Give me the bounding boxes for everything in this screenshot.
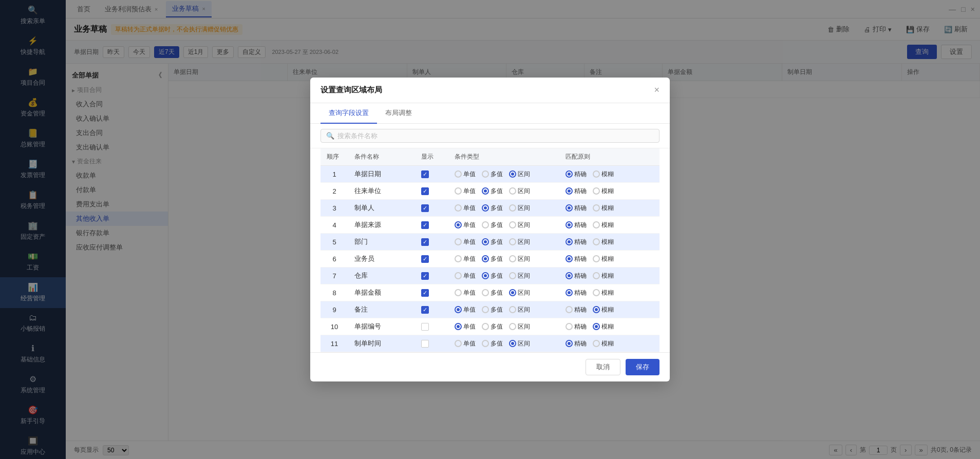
- dialog-tab-fields[interactable]: 查询字段设置: [321, 103, 377, 124]
- radio-type-区间-5[interactable]: 区间: [509, 238, 530, 246]
- radio-type-区间-4[interactable]: 区间: [509, 221, 530, 230]
- radio-type-区间-9[interactable]: 区间: [509, 305, 530, 314]
- radio-type-区间-3[interactable]: 区间: [509, 204, 530, 213]
- radio-match-精确-3[interactable]: 精确: [566, 204, 587, 213]
- radio-label-match-精确-7: 精确: [574, 272, 587, 280]
- radio-match-精确-11[interactable]: 精确: [566, 339, 587, 348]
- radio-match-模糊-5[interactable]: 模糊: [593, 238, 614, 246]
- row-show-7[interactable]: [415, 267, 448, 284]
- radio-type-多值-1[interactable]: 多值: [482, 170, 503, 179]
- checkbox-4[interactable]: [421, 221, 429, 229]
- checkbox-10[interactable]: [421, 323, 429, 331]
- row-show-4[interactable]: [415, 217, 448, 234]
- row-type-10: 单值多值区间: [448, 318, 559, 335]
- checkbox-5[interactable]: [421, 238, 429, 246]
- radio-match-模糊-2[interactable]: 模糊: [593, 187, 614, 196]
- radio-type-单值-5[interactable]: 单值: [455, 238, 476, 246]
- radio-type-多值-6[interactable]: 多值: [482, 255, 503, 263]
- dialog-tab-layout[interactable]: 布局调整: [377, 103, 420, 124]
- checkbox-8[interactable]: [421, 289, 429, 297]
- save-button[interactable]: 保存: [626, 359, 659, 375]
- radio-match-精确-2[interactable]: 精确: [566, 187, 587, 196]
- radio-type-区间-10[interactable]: 区间: [509, 322, 530, 331]
- radio-match-精确-5[interactable]: 精确: [566, 238, 587, 246]
- radio-type-多值-9[interactable]: 多值: [482, 305, 503, 314]
- radio-type-单值-4[interactable]: 单值: [455, 221, 476, 230]
- row-show-1[interactable]: [415, 166, 448, 183]
- radio-type-多值-11[interactable]: 多值: [482, 339, 503, 348]
- radio-type-多值-7[interactable]: 多值: [482, 272, 503, 280]
- radio-type-区间-1[interactable]: 区间: [509, 170, 530, 179]
- radio-type-区间-11[interactable]: 区间: [509, 339, 530, 348]
- radio-type-多值-3[interactable]: 多值: [482, 204, 503, 213]
- radio-type-区间-2[interactable]: 区间: [509, 187, 530, 196]
- radio-dot-type-区间-5: [509, 238, 516, 245]
- radio-match-模糊-6[interactable]: 模糊: [593, 255, 614, 263]
- checkbox-6[interactable]: [421, 255, 429, 263]
- radio-type-单值-11[interactable]: 单值: [455, 339, 476, 348]
- checkbox-7[interactable]: [421, 272, 429, 280]
- checkbox-11[interactable]: [421, 340, 429, 348]
- radio-label-match-精确-2: 精确: [574, 187, 587, 196]
- radio-match-精确-9[interactable]: 精确: [566, 305, 587, 314]
- row-show-9[interactable]: [415, 301, 448, 318]
- radio-type-多值-2[interactable]: 多值: [482, 187, 503, 196]
- row-order-4: 4: [321, 217, 348, 234]
- radio-match-模糊-9[interactable]: 模糊: [593, 305, 614, 314]
- row-show-11[interactable]: [415, 335, 448, 352]
- radio-type-区间-8[interactable]: 区间: [509, 289, 530, 297]
- radio-match-精确-1[interactable]: 精确: [566, 170, 587, 179]
- radio-match-模糊-8[interactable]: 模糊: [593, 289, 614, 297]
- radio-dot-match-模糊-6: [593, 255, 600, 262]
- search-input[interactable]: [337, 132, 440, 140]
- radio-type-单值-10[interactable]: 单值: [455, 322, 476, 331]
- radio-dot-type-多值-4: [482, 221, 489, 228]
- radio-type-区间-6[interactable]: 区间: [509, 255, 530, 263]
- radio-match-模糊-4[interactable]: 模糊: [593, 221, 614, 230]
- radio-dot-match-模糊-9: [593, 306, 600, 313]
- checkbox-3[interactable]: [421, 204, 429, 212]
- radio-match-精确-7[interactable]: 精确: [566, 272, 587, 280]
- radio-match-精确-8[interactable]: 精确: [566, 289, 587, 297]
- radio-match-模糊-10[interactable]: 模糊: [593, 322, 614, 331]
- radio-type-单值-2[interactable]: 单值: [455, 187, 476, 196]
- radio-match-精确-6[interactable]: 精确: [566, 255, 587, 263]
- radio-type-单值-9[interactable]: 单值: [455, 305, 476, 314]
- row-show-2[interactable]: [415, 183, 448, 200]
- row-show-6[interactable]: [415, 251, 448, 267]
- row-show-10[interactable]: [415, 318, 448, 335]
- radio-type-多值-10[interactable]: 多值: [482, 322, 503, 331]
- row-show-5[interactable]: [415, 234, 448, 251]
- radio-label-match-模糊-4: 模糊: [601, 221, 614, 230]
- radio-match-模糊-7[interactable]: 模糊: [593, 272, 614, 280]
- radio-label-match-模糊-6: 模糊: [601, 255, 614, 263]
- row-match-3: 精确模糊: [559, 200, 659, 217]
- cancel-button[interactable]: 取消: [586, 359, 620, 375]
- row-name-8: 单据金额: [348, 284, 415, 301]
- radio-match-模糊-1[interactable]: 模糊: [593, 170, 614, 179]
- radio-match-精确-4[interactable]: 精确: [566, 221, 587, 230]
- dialog-close-btn[interactable]: ×: [654, 85, 659, 95]
- radio-label-type-单值-1: 单值: [463, 170, 476, 179]
- radio-label-type-区间-2: 区间: [518, 187, 530, 196]
- radio-match-模糊-11[interactable]: 模糊: [593, 339, 614, 348]
- radio-type-多值-5[interactable]: 多值: [482, 238, 503, 246]
- radio-type-单值-6[interactable]: 单值: [455, 255, 476, 263]
- radio-type-多值-4[interactable]: 多值: [482, 221, 503, 230]
- row-match-4: 精确模糊: [559, 217, 659, 234]
- radio-type-单值-3[interactable]: 单值: [455, 204, 476, 213]
- radio-dot-match-模糊-2: [593, 187, 600, 195]
- row-show-8[interactable]: [415, 284, 448, 301]
- radio-dot-match-精确-1: [566, 170, 573, 178]
- radio-type-单值-8[interactable]: 单值: [455, 289, 476, 297]
- radio-type-区间-7[interactable]: 区间: [509, 272, 530, 280]
- checkbox-9[interactable]: [421, 306, 429, 314]
- row-show-3[interactable]: [415, 200, 448, 217]
- radio-type-单值-7[interactable]: 单值: [455, 272, 476, 280]
- radio-type-多值-8[interactable]: 多值: [482, 289, 503, 297]
- radio-type-单值-1[interactable]: 单值: [455, 170, 476, 179]
- radio-match-模糊-3[interactable]: 模糊: [593, 204, 614, 213]
- radio-match-精确-10[interactable]: 精确: [566, 322, 587, 331]
- checkbox-1[interactable]: [421, 170, 429, 178]
- checkbox-2[interactable]: [421, 187, 429, 195]
